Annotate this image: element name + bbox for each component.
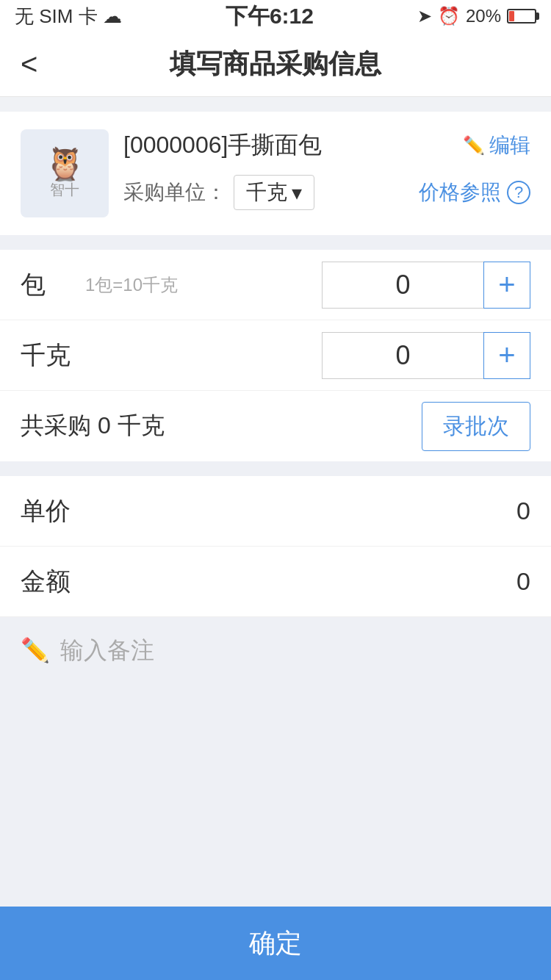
- status-time: 下午6:12: [226, 1, 314, 32]
- help-icon: ?: [507, 181, 530, 204]
- product-card: 🦉 智十 [0000006]手撕面包 ✏️ 编辑 采购单位： 千克 ▾: [0, 112, 551, 235]
- amount-label: 金额: [21, 565, 71, 599]
- edit-icon: ✏️: [463, 135, 485, 156]
- kg-plus-button[interactable]: +: [483, 332, 530, 379]
- section-divider-2: [0, 461, 551, 476]
- dropdown-arrow-icon: ▾: [292, 181, 302, 205]
- bag-sublabel: 1包=10千克: [85, 273, 322, 297]
- bag-plus-button[interactable]: +: [483, 262, 530, 309]
- pencil-icon: ✏️: [21, 636, 50, 664]
- nav-bar: < 填写商品采购信息: [0, 32, 551, 97]
- product-image: 🦉 智十: [21, 129, 109, 217]
- no-sim-text: 无 SIM 卡 ☁: [15, 4, 122, 29]
- kg-input-row: 千克 +: [0, 320, 551, 391]
- summary-text: 共采购 0 千克: [21, 410, 165, 442]
- product-logo: 🦉: [45, 148, 85, 180]
- summary-value: 0: [98, 412, 111, 439]
- kg-quantity-control: +: [322, 332, 530, 379]
- status-left: 无 SIM 卡 ☁: [15, 4, 122, 29]
- product-info: [0000006]手撕面包 ✏️ 编辑 采购单位： 千克 ▾ 价格参照 ?: [123, 129, 530, 210]
- location-icon: ➤: [417, 6, 432, 26]
- status-right: ➤ ⏰ 20%: [417, 6, 536, 26]
- back-button[interactable]: <: [21, 48, 37, 81]
- summary-unit: 千克: [118, 412, 165, 439]
- bag-quantity-input[interactable]: [322, 262, 483, 309]
- bag-quantity-control: +: [322, 262, 530, 309]
- input-section: 包 1包=10千克 + 千克 +: [0, 250, 551, 391]
- note-placeholder: 输入备注: [60, 635, 154, 667]
- alarm-icon: ⏰: [438, 6, 460, 26]
- battery-percent: 20%: [466, 6, 501, 26]
- summary-row: 共采购 0 千克 录批次: [0, 391, 551, 461]
- unit-label: 采购单位：: [123, 179, 226, 206]
- summary-prefix: 共采购: [21, 412, 91, 439]
- unit-value: 千克: [246, 179, 287, 206]
- price-ref-button[interactable]: 价格参照 ?: [419, 179, 530, 206]
- section-divider-1: [0, 235, 551, 250]
- unit-select[interactable]: 千克 ▾: [234, 175, 314, 210]
- unit-price-label: 单价: [21, 494, 71, 528]
- edit-label: 编辑: [489, 131, 530, 159]
- note-section[interactable]: ✏️ 输入备注: [0, 617, 551, 735]
- price-section: 单价 0 金额 0: [0, 476, 551, 617]
- page-title: 填写商品采购信息: [170, 46, 381, 82]
- amount-value: 0: [516, 567, 530, 596]
- status-bar: 无 SIM 卡 ☁ 下午6:12 ➤ ⏰ 20%: [0, 0, 551, 32]
- edit-button[interactable]: ✏️ 编辑: [463, 131, 530, 159]
- logo-text: 智十: [50, 180, 79, 200]
- kg-quantity-input[interactable]: [322, 332, 483, 379]
- unit-price-value: 0: [516, 497, 530, 525]
- unit-price-row: 单价 0: [0, 476, 551, 547]
- record-batch-button[interactable]: 录批次: [422, 402, 530, 451]
- confirm-button[interactable]: 确定: [0, 907, 551, 980]
- price-ref-label: 价格参照: [419, 179, 501, 206]
- product-name: [0000006]手撕面包: [123, 129, 322, 162]
- bag-label: 包: [21, 268, 79, 302]
- kg-label: 千克: [21, 339, 79, 372]
- battery-icon: [507, 9, 536, 24]
- amount-row: 金额 0: [0, 547, 551, 617]
- bag-input-row: 包 1包=10千克 +: [0, 250, 551, 320]
